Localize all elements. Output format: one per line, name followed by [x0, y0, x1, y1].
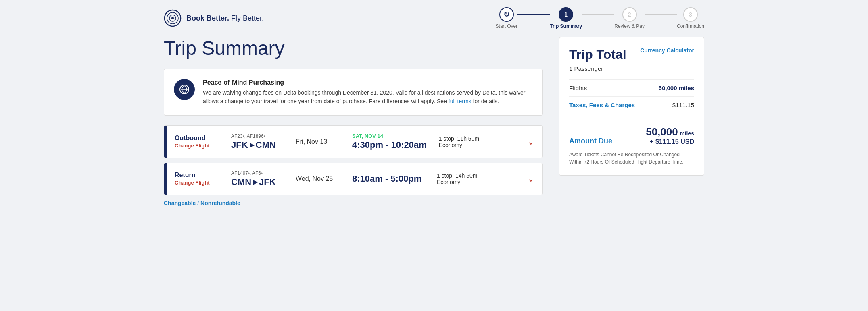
amount-due-label: Amount Due	[569, 137, 612, 145]
return-arrow: ▸	[253, 177, 257, 187]
connector-3	[645, 14, 677, 15]
left-panel: Trip Summary Peace-of-Mind Purchasing We…	[164, 37, 543, 206]
return-flight-card: Return Change Flight AF1497¹, AF6¹ CMN ▸…	[164, 163, 543, 195]
peace-content: Peace-of-Mind Purchasing We are waiving …	[203, 79, 533, 106]
logo-text-light: Fly Better.	[229, 14, 264, 22]
peace-icon	[174, 79, 195, 100]
logo-icon	[164, 9, 182, 27]
amount-due-value: 50,000 miles + $111.15 USD	[646, 126, 694, 145]
taxes-row: Taxes, Fees & Charges $111.15	[569, 96, 694, 113]
outbound-flight-card: Outbound Change Flight AF23¹, AF1896¹ JF…	[164, 125, 543, 158]
return-date-col: Wed, Nov 25	[296, 175, 340, 182]
award-notice: Award Tickets Cannot Be Redeposited Or C…	[569, 151, 694, 166]
step-3-label: Confirmation	[677, 23, 704, 29]
step-1-label: Trip Summary	[550, 23, 582, 29]
peace-body: We are waiving change fees on Delta book…	[203, 89, 533, 106]
return-flight-nums: AF1497¹, AF6¹	[231, 170, 284, 176]
step-3-circle: 3	[683, 7, 698, 22]
amount-due-miles-unit: miles	[680, 130, 694, 137]
return-to: JFK	[259, 177, 276, 187]
step-1-circle: 1	[559, 7, 573, 22]
outbound-flight-nums: AF23¹, AF1896¹	[231, 133, 284, 139]
outbound-body: Outbound Change Flight AF23¹, AF1896¹ JF…	[167, 126, 542, 158]
return-chevron[interactable]: ⌄	[527, 174, 534, 184]
step-trip-summary[interactable]: 1 Trip Summary	[550, 7, 582, 29]
currency-calculator-link[interactable]: Currency Calculator	[640, 47, 694, 54]
return-body: Return Change Flight AF1497¹, AF6¹ CMN ▸…	[167, 163, 542, 195]
amount-due-miles: 50,000	[646, 126, 678, 138]
return-direction: Return	[175, 172, 219, 179]
amount-due-usd-amount: + $111.15	[650, 138, 679, 145]
return-label-col: Return Change Flight	[175, 172, 219, 186]
trip-total-title: Trip Total	[569, 47, 626, 62]
return-details-col: 1 stop, 14h 50m Economy	[437, 172, 515, 185]
flights-row: Flights 50,000 miles	[569, 79, 694, 96]
connector-1	[517, 14, 550, 15]
outbound-arrow: ▸	[250, 140, 254, 150]
return-stops: 1 stop, 14h 50m	[437, 172, 515, 179]
outbound-chevron[interactable]: ⌄	[527, 137, 534, 147]
return-change-link[interactable]: Change Flight	[175, 180, 210, 186]
outbound-route-col: AF23¹, AF1896¹ JFK ▸ CMN	[231, 133, 284, 150]
flights-label: Flights	[569, 85, 587, 91]
amount-due-row: Amount Due 50,000 miles + $111.15 USD	[569, 126, 694, 145]
outbound-times: 4:30pm - 10:20am	[352, 140, 427, 150]
trip-total-card: Trip Total Currency Calculator 1 Passeng…	[559, 37, 704, 176]
outbound-label-col: Outbound Change Flight	[175, 135, 219, 149]
amount-due-section: Amount Due 50,000 miles + $111.15 USD	[569, 115, 694, 166]
return-cabin: Economy	[437, 179, 515, 185]
outbound-cabin: Economy	[439, 142, 515, 148]
return-times-col: 8:10am - 5:00pm	[352, 174, 425, 184]
logo: Book Better. Fly Better.	[164, 9, 264, 27]
passenger-count: 1 Passenger	[569, 65, 694, 72]
main-content: Trip Summary Peace-of-Mind Purchasing We…	[164, 33, 704, 206]
start-over-circle: ↻	[499, 7, 514, 22]
return-times: 8:10am - 5:00pm	[352, 174, 425, 184]
header: Book Better. Fly Better. ↻ Start Over 1 …	[164, 0, 704, 33]
step-2-circle: 2	[622, 7, 637, 22]
step-review-pay[interactable]: 2 Review & Pay	[614, 7, 645, 29]
step-confirmation[interactable]: 3 Confirmation	[677, 7, 704, 29]
outbound-details-col: 1 stop, 11h 50m Economy	[439, 135, 515, 148]
step-start-over[interactable]: ↻ Start Over	[496, 7, 518, 29]
outbound-route: JFK ▸ CMN	[231, 140, 284, 150]
page-title: Trip Summary	[164, 37, 543, 59]
return-date: Wed, Nov 25	[296, 175, 340, 182]
flights-value: 50,000 miles	[659, 85, 694, 91]
full-terms-link[interactable]: full terms	[449, 98, 472, 104]
return-route-col: AF1497¹, AF6¹ CMN ▸ JFK	[231, 170, 284, 187]
amount-due-usd-label: USD	[680, 138, 694, 145]
outbound-stops: 1 stop, 11h 50m	[439, 135, 515, 142]
outbound-to: CMN	[256, 140, 276, 150]
step-2-label: Review & Pay	[614, 23, 645, 29]
outbound-times-col: SAT, NOV 14 4:30pm - 10:20am	[352, 133, 427, 150]
logo-text-bold: Book Better.	[186, 14, 229, 22]
connector-2	[582, 14, 614, 15]
changeable-note: Changeable / Nonrefundable	[164, 200, 543, 206]
taxes-value: $111.15	[672, 102, 694, 108]
trip-total-header: Trip Total Currency Calculator	[569, 47, 694, 62]
outbound-direction: Outbound	[175, 135, 219, 142]
peace-of-mind-box: Peace-of-Mind Purchasing We are waiving …	[164, 69, 543, 116]
progress-steps: ↻ Start Over 1 Trip Summary 2 Review & P…	[496, 7, 704, 29]
return-route: CMN ▸ JFK	[231, 177, 284, 187]
svg-point-3	[171, 17, 174, 19]
outbound-date: Fri, Nov 13	[296, 138, 340, 145]
peace-title: Peace-of-Mind Purchasing	[203, 79, 533, 86]
return-from: CMN	[231, 177, 251, 187]
taxes-label: Taxes, Fees & Charges	[569, 102, 635, 108]
outbound-from: JFK	[231, 140, 248, 150]
outbound-times-date: SAT, NOV 14	[352, 133, 427, 139]
right-panel: Trip Total Currency Calculator 1 Passeng…	[559, 37, 704, 206]
outbound-change-link[interactable]: Change Flight	[175, 143, 210, 149]
outbound-date-col: Fri, Nov 13	[296, 138, 340, 145]
start-over-label: Start Over	[496, 23, 518, 29]
